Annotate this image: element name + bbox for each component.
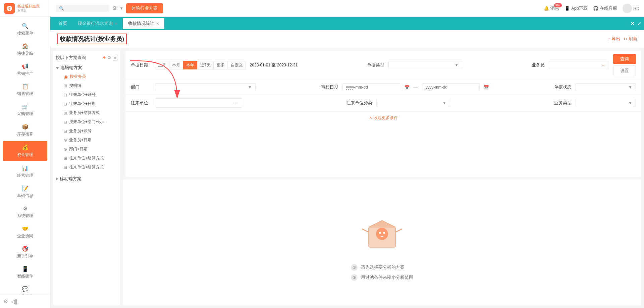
partner-category-dropdown: ▼	[442, 101, 446, 105]
sidebar-item-marketing[interactable]: 📢 营销推广	[0, 60, 50, 80]
refresh-icon: ↻	[624, 37, 627, 42]
dept-select[interactable]: ▼	[155, 83, 256, 91]
user-avatar[interactable]: Rit	[623, 4, 639, 13]
scheme-group-desktop-title[interactable]: 电脑端方案	[56, 63, 117, 72]
page-title-bar: 收款情况统计(按业务员) ↑ 导出 ↻ 刷新	[50, 30, 644, 48]
calendar-icon-2[interactable]: 📅	[484, 85, 489, 90]
export-icon: ↑	[608, 37, 610, 42]
date-btn-this-month[interactable]: 本月	[169, 61, 183, 69]
sales-icon: 📋	[22, 83, 29, 90]
sidebar-item-sales[interactable]: 📋 销售管理	[0, 80, 50, 100]
scheme-item-dept-date[interactable]: ⊙ 部门+日期	[56, 145, 117, 154]
sidebar-item-operations[interactable]: 📊 经营管理	[0, 162, 50, 182]
sidebar-item-system[interactable]: ⚙ 系统管理	[0, 202, 50, 222]
app-download-button[interactable]: 📱 App下载	[565, 5, 588, 11]
tab-home-label: 首页	[58, 21, 67, 26]
scheme-item-label-salesperson-date: 业务员+日期	[69, 137, 92, 143]
biz-type-select[interactable]: ▼	[576, 99, 636, 107]
sidebar-item-guide[interactable]: 🎯 新手引导	[0, 242, 50, 262]
system-icon: ⚙	[23, 205, 28, 212]
sidebar-item-enterprise[interactable]: 🤝 企业协同	[0, 222, 50, 242]
partner-more-icon[interactable]: ···	[233, 100, 237, 106]
review-date-end[interactable]	[422, 83, 480, 91]
review-date-start[interactable]	[342, 83, 400, 91]
tab-home[interactable]: 首页	[53, 18, 72, 29]
tab-close-window-icon[interactable]: ✕	[630, 20, 635, 27]
date-btn-last-month[interactable]: 上月	[155, 61, 169, 69]
sidebar-label-finance: 资金管理	[17, 152, 33, 158]
sidebar-item-quick-nav[interactable]: 🏠 快捷导航	[0, 40, 50, 60]
date-filter-row: 单据日期 上月 本月 本年 近7天 更多 自定义 2023-01-01 至	[125, 51, 641, 80]
basic-info-icon: 📝	[22, 185, 29, 192]
date-start: 2023-01-01	[250, 63, 270, 67]
tab-bank-flow[interactable]: 现金银行流水查询 ✕	[72, 18, 123, 29]
inventory-icon: 📦	[22, 123, 29, 130]
sidebar-item-smart-hw[interactable]: 📱 智能硬件	[0, 262, 50, 283]
date-btn-custom[interactable]: 自定义	[228, 61, 246, 69]
tab-maximize-icon[interactable]: ⤢	[637, 21, 641, 26]
sidebar-label-inventory: 库存核算	[17, 131, 33, 137]
collapse-sidebar-icon[interactable]: ◁∥	[11, 298, 17, 305]
calendar-icon-1[interactable]: 📅	[404, 85, 410, 90]
settings-footer-icon[interactable]: ⚙	[3, 298, 8, 305]
page-title: 收款情况统计(按业务员)	[57, 34, 127, 44]
refresh-button[interactable]: ↻ 刷新	[624, 36, 637, 42]
sidebar-item-finance[interactable]: 💰 资金管理	[3, 141, 47, 161]
messages-button[interactable]: 🔔 消息 99+	[544, 5, 559, 11]
sidebar-item-wechat[interactable]: 💬 企业微信	[0, 283, 50, 295]
add-scheme-button[interactable]: +	[103, 55, 106, 61]
date-btn-this-year[interactable]: 本年	[183, 61, 197, 69]
sidebar-item-basic-info[interactable]: 📝 基础信息	[0, 182, 50, 202]
search-icon: 🔍	[59, 6, 64, 11]
doc-status-label: 单据状态	[554, 84, 572, 90]
scheme-item-partner-settlement1[interactable]: ⊞ 往来单位+结算方式	[56, 154, 117, 163]
operations-icon: 📊	[22, 165, 29, 171]
sidebar-item-purchase[interactable]: 🛒 采购管理	[0, 100, 50, 120]
doc-status-select[interactable]: ▼	[576, 83, 636, 91]
online-service-button[interactable]: 🎧 在线客服	[593, 5, 617, 11]
sidebar-label-guide: 新手引导	[17, 253, 33, 259]
scheme-item-partner-settlement2[interactable]: ⊟ 往来单位+结算方式	[56, 163, 117, 172]
partner-category-select[interactable]: ▼	[376, 99, 450, 107]
marketing-icon: 📢	[22, 63, 29, 69]
date-btn-last7[interactable]: 近7天	[197, 61, 214, 69]
download-icon: 📱	[565, 6, 570, 11]
doc-type-select[interactable]: ▼	[388, 61, 462, 69]
chevron-right-icon	[56, 176, 58, 182]
tab-bar: 首页 现金银行流水查询 ✕ 收款情况统计 ✕ ✕ ⤢	[50, 17, 644, 30]
scheme-collapse-icon[interactable]: «	[113, 55, 117, 61]
query-button[interactable]: 查询	[613, 54, 636, 64]
date-btn-more[interactable]: 更多	[214, 61, 228, 69]
scheme-item-label-partner-settlement1: 往来单位+结算方式	[69, 155, 104, 161]
scheme-group-mobile-title[interactable]: 移动端方案	[56, 174, 117, 183]
query-area: 单据日期 上月 本月 本年 近7天 更多 自定义 2023-01-01 至	[125, 51, 641, 177]
scheme-item-partner-date[interactable]: ⊟ 往来单位+日期	[56, 99, 117, 108]
trial-button[interactable]: 体验行业方案	[126, 3, 163, 13]
scheme-item-label-dept-date: 部门+日期	[69, 146, 88, 152]
tab-receipts[interactable]: 收款情况统计 ✕	[123, 18, 164, 29]
collapse-filters-button[interactable]: ∧ 收起更多条件	[125, 111, 641, 124]
scheme-item-by-salesperson[interactable]: ◉ 按业务员	[56, 72, 117, 81]
header-search[interactable]: 🔍	[56, 5, 109, 12]
settings-button[interactable]: 设置	[613, 65, 636, 76]
scheme-item-salesperson-account[interactable]: ⊟ 业务员+账号	[56, 126, 117, 136]
scheme-settings-icon[interactable]: ⚙	[107, 55, 111, 61]
settings-icon[interactable]: ⚙	[112, 5, 117, 11]
tab-bank-flow-close-icon[interactable]: ✕	[115, 22, 117, 25]
scheme-item-partner-account[interactable]: ⊟ 往来单位+账号	[56, 90, 117, 99]
partner-select[interactable]: ···	[155, 98, 242, 108]
dept-date-icon: ⊙	[64, 147, 67, 152]
scheme-item-salesperson-date[interactable]: ⊙ 业务员+日期	[56, 136, 117, 145]
sidebar-item-inventory[interactable]: 📦 库存核算	[0, 120, 50, 140]
scheme-item-partner-dept[interactable]: ⊟ 按来单位+部门+收...	[56, 117, 117, 126]
collapse-icon: ∧	[369, 115, 372, 120]
scheme-item-by-detail[interactable]: ⊞ 按明细	[56, 81, 117, 90]
tab-receipts-close-icon[interactable]: ✕	[156, 22, 159, 25]
scheme-item-salesperson-settlement[interactable]: ⊞ 业务员+结算方式	[56, 108, 117, 117]
scheme-item-label-partner-account: 往来单位+账号	[69, 92, 96, 98]
salesperson-select[interactable]: ···	[549, 61, 609, 69]
sidebar-nav: 🔍 搜索菜单 🏠 快捷导航 📢 营销推广 📋 销售管理 🛒 采购管理 📦	[0, 17, 50, 295]
sidebar-item-search[interactable]: 🔍 搜索菜单	[0, 19, 50, 40]
partner-account-icon: ⊟	[64, 93, 67, 97]
export-button[interactable]: ↑ 导出	[608, 36, 621, 42]
